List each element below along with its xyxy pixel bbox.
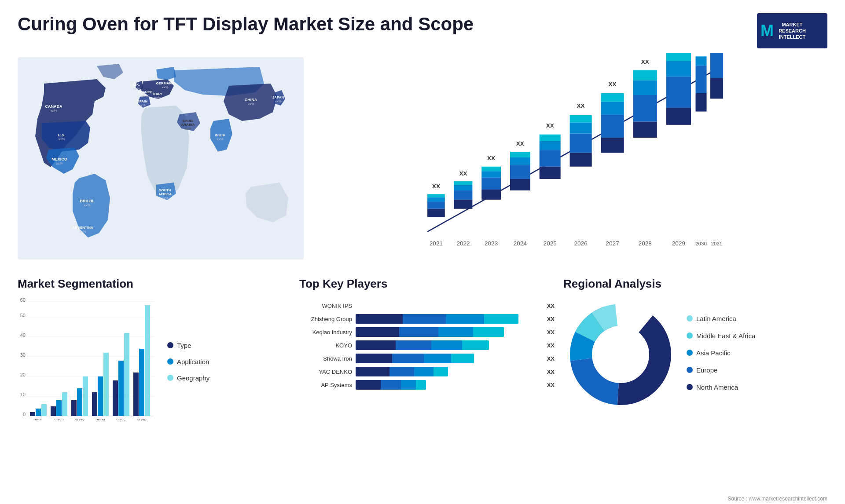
svg-text:2026: 2026 bbox=[574, 240, 588, 247]
svg-rect-133 bbox=[133, 373, 139, 416]
svg-rect-79 bbox=[633, 80, 657, 95]
player-bar-wrap bbox=[356, 354, 541, 363]
svg-text:xx%: xx% bbox=[79, 230, 86, 234]
svg-rect-122 bbox=[77, 388, 82, 416]
legend-application: Application bbox=[167, 358, 209, 365]
svg-rect-118 bbox=[56, 400, 62, 416]
segmentation-title: Market Segmentation bbox=[18, 277, 290, 291]
svg-rect-38 bbox=[427, 194, 445, 197]
legend-latin-america-dot bbox=[687, 315, 693, 321]
svg-text:2031: 2031 bbox=[711, 241, 723, 246]
svg-rect-41 bbox=[454, 200, 473, 209]
player-bar-wrap bbox=[356, 340, 541, 350]
svg-rect-117 bbox=[51, 406, 56, 416]
svg-text:U.S.: U.S. bbox=[58, 133, 66, 137]
svg-text:XX: XX bbox=[487, 155, 495, 161]
svg-rect-67 bbox=[570, 123, 592, 134]
legend-north-america-label: North America bbox=[696, 383, 738, 391]
legend-north-america-dot bbox=[687, 384, 693, 390]
legend-mea-label: Middle East & Africa bbox=[696, 332, 755, 340]
regional-title: Regional Analysis bbox=[563, 277, 827, 291]
svg-point-142 bbox=[594, 328, 647, 381]
svg-rect-42 bbox=[454, 190, 473, 200]
svg-text:SAUDI: SAUDI bbox=[183, 119, 194, 123]
svg-rect-62 bbox=[540, 135, 561, 141]
svg-rect-119 bbox=[62, 392, 67, 416]
player-bar-wrap bbox=[356, 327, 541, 337]
page-header: Curing Oven for TFT Display Market Size … bbox=[0, 0, 845, 53]
list-item: Showa Iron XX bbox=[299, 354, 555, 363]
list-item: AP Systems XX bbox=[299, 380, 555, 390]
svg-text:SOUTH: SOUTH bbox=[159, 188, 171, 192]
key-players-title: Top Key Players bbox=[299, 277, 555, 291]
player-bar-wrap bbox=[356, 301, 541, 310]
svg-text:INDIA: INDIA bbox=[215, 133, 226, 137]
regional-legend: Latin America Middle East & Africa Asia … bbox=[687, 315, 755, 394]
growth-chart-section: XX 2021 XX 2022 XX 2023 bbox=[312, 53, 827, 264]
svg-text:xx%: xx% bbox=[56, 161, 62, 165]
svg-text:xx%: xx% bbox=[139, 103, 145, 107]
legend-asia-pacific-label: Asia Pacific bbox=[696, 349, 731, 357]
svg-rect-130 bbox=[118, 361, 124, 416]
svg-rect-129 bbox=[113, 380, 118, 416]
player-value: XX bbox=[547, 329, 555, 336]
svg-text:2025: 2025 bbox=[116, 418, 126, 420]
legend-latin-america-label: Latin America bbox=[696, 315, 736, 322]
page-title: Curing Oven for TFT Display Market Size … bbox=[18, 13, 474, 35]
svg-rect-78 bbox=[633, 95, 657, 122]
svg-rect-91 bbox=[695, 66, 706, 93]
svg-rect-90 bbox=[695, 93, 706, 112]
svg-rect-80 bbox=[633, 70, 657, 80]
svg-rect-126 bbox=[98, 376, 103, 416]
legend-type-label: Type bbox=[177, 342, 191, 349]
svg-text:2028: 2028 bbox=[639, 240, 652, 247]
svg-text:JAPAN: JAPAN bbox=[272, 95, 284, 99]
player-name: Zhisheng Group bbox=[299, 316, 352, 322]
svg-text:ITALY: ITALY bbox=[153, 92, 162, 96]
svg-text:2023: 2023 bbox=[485, 240, 498, 247]
svg-text:xx%: xx% bbox=[275, 99, 281, 103]
svg-rect-95 bbox=[710, 78, 723, 99]
svg-rect-37 bbox=[427, 197, 445, 202]
logo-box: M MARKET RESEARCH INTELLECT bbox=[757, 13, 827, 48]
svg-text:CANADA: CANADA bbox=[45, 104, 62, 109]
player-bar bbox=[356, 367, 448, 376]
svg-text:60: 60 bbox=[20, 297, 26, 303]
svg-text:xx%: xx% bbox=[154, 96, 161, 100]
segmentation-chart: 0 10 20 30 40 50 60 2021 bbox=[18, 297, 158, 420]
svg-text:xx%: xx% bbox=[247, 102, 254, 106]
svg-text:10: 10 bbox=[20, 392, 26, 397]
player-value: XX bbox=[547, 369, 555, 375]
player-value: XX bbox=[547, 342, 555, 349]
svg-text:0: 0 bbox=[23, 412, 26, 417]
list-item: KOYO XX bbox=[299, 340, 555, 350]
svg-rect-59 bbox=[540, 167, 561, 179]
svg-text:2026: 2026 bbox=[137, 418, 147, 420]
player-name: Showa Iron bbox=[299, 355, 352, 362]
svg-text:2030: 2030 bbox=[695, 241, 707, 246]
player-value: XX bbox=[547, 382, 555, 388]
svg-rect-84 bbox=[666, 77, 691, 108]
svg-rect-125 bbox=[92, 392, 97, 416]
svg-rect-115 bbox=[41, 404, 47, 416]
player-name: YAC DENKO bbox=[299, 369, 352, 375]
growth-chart-svg: XX 2021 XX 2022 XX 2023 bbox=[321, 53, 827, 264]
svg-rect-134 bbox=[139, 349, 144, 416]
svg-rect-74 bbox=[601, 93, 624, 102]
svg-rect-43 bbox=[454, 185, 473, 191]
player-name: KOYO bbox=[299, 342, 352, 349]
regional-donut-chart bbox=[563, 297, 678, 412]
player-value: XX bbox=[547, 355, 555, 362]
player-name: AP Systems bbox=[299, 382, 352, 388]
svg-rect-44 bbox=[454, 181, 473, 185]
player-bar bbox=[356, 327, 504, 337]
svg-rect-85 bbox=[666, 61, 691, 77]
svg-text:XX: XX bbox=[609, 81, 617, 88]
list-item: YAC DENKO XX bbox=[299, 367, 555, 376]
svg-rect-36 bbox=[427, 202, 445, 209]
legend-type-dot bbox=[167, 342, 173, 348]
legend-north-america: North America bbox=[687, 383, 755, 391]
svg-rect-54 bbox=[510, 165, 530, 179]
svg-text:20: 20 bbox=[20, 372, 26, 377]
svg-text:xx%: xx% bbox=[84, 203, 90, 207]
